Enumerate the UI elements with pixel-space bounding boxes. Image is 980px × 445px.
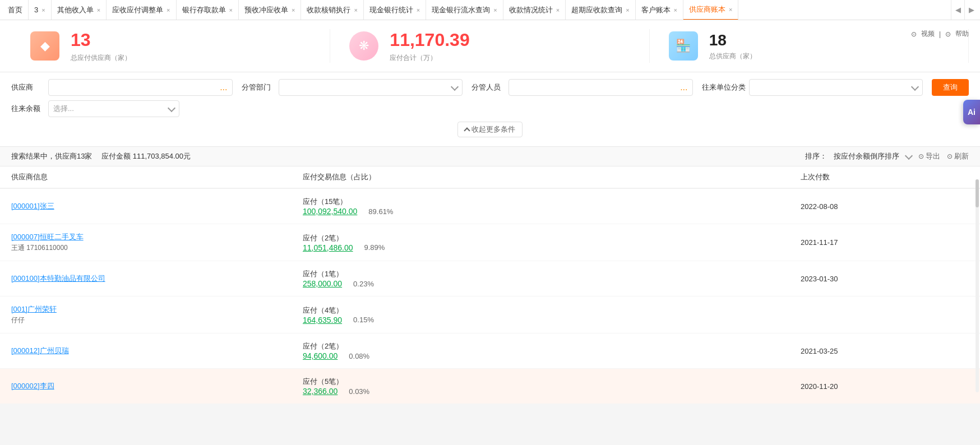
supplier-name-link[interactable]: [000001]张三 <box>11 201 303 211</box>
circle-icon: ⊙ <box>911 30 917 38</box>
last-payment-date: 2020-11-20 <box>801 382 838 391</box>
collapse-btn-container: 收起更多条件 <box>11 122 969 137</box>
supplier-name-link[interactable]: [000012]广州贝瑞 <box>11 346 303 356</box>
filter-section: 供应商 ... 分管部门 分管人员 ... 往来单位分类 <box>0 72 980 147</box>
close-icon[interactable]: × <box>41 7 45 13</box>
nav-tab-payment-exec[interactable]: 收款核销执行 × <box>301 0 363 20</box>
balance-selected-value: 选择... <box>53 104 74 114</box>
scrollbar-track[interactable] <box>976 179 979 392</box>
filter-balance: 往来余额 选择... <box>11 100 179 117</box>
nav-right-arrow[interactable]: ▶ <box>964 0 978 20</box>
trans-label: 应付（1笔） <box>303 269 801 279</box>
payable-suppliers-label: 总应付供应商（家） <box>71 53 131 63</box>
nav-tab-cash-bank-stat-label: 现金银行统计 <box>369 5 413 15</box>
close-icon[interactable]: × <box>417 7 420 13</box>
trans-amount-link[interactable]: 94,600.00 <box>303 351 338 360</box>
total-suppliers-value: 18 <box>709 31 756 50</box>
sort-select[interactable]: 按应付余额倒序排序 <box>834 151 899 161</box>
category-filter-select[interactable] <box>749 79 923 96</box>
nav-tab-ar-ap-adjust[interactable]: 应收应付调整单 × <box>107 0 176 20</box>
video-link[interactable]: 视频 <box>921 29 935 39</box>
trans-amount-link[interactable]: 100,092,540.00 <box>303 207 357 216</box>
nav-tab-payment-stat[interactable]: 收款情况统计 × <box>503 0 566 20</box>
close-icon[interactable]: × <box>97 7 100 13</box>
nav-tab-cash-bank-stat[interactable]: 现金银行统计 × <box>364 0 426 20</box>
filter-row-1: 供应商 ... 分管部门 分管人员 ... 往来单位分类 <box>11 79 969 96</box>
trans-info: 100,092,540.00 89.61% <box>303 207 801 216</box>
close-icon[interactable]: × <box>229 7 233 13</box>
last-payment-date: 2023-01-30 <box>801 275 838 283</box>
close-icon[interactable]: × <box>556 7 560 13</box>
supplier-name-link[interactable]: [000007]恒旺二手叉车 <box>11 232 303 242</box>
trans-info: 32,366.00 0.03% <box>303 387 801 396</box>
trans-cell: 应付（15笔） 100,092,540.00 89.61% <box>303 197 801 216</box>
result-info: 搜索结果中，供应商13家 应付金额 111,703,854.00元 <box>11 151 191 161</box>
query-button[interactable]: 查询 <box>932 79 969 96</box>
nav-scroll-arrows: ◀ ▶ <box>951 0 978 20</box>
nav-tab-cash-bank-query-label: 现金银行流水查询 <box>432 5 490 15</box>
close-icon[interactable]: × <box>354 7 357 13</box>
nav-tab-cash-bank-query[interactable]: 现金银行流水查询 × <box>426 0 503 20</box>
collapse-label: 收起更多条件 <box>471 124 515 135</box>
balance-filter-select[interactable]: 选择... <box>48 100 179 117</box>
chevron-down-icon2 <box>911 82 919 90</box>
help-link[interactable]: 帮助 <box>955 29 969 39</box>
result-amount: 应付金额 111,703,854.00元 <box>94 152 191 160</box>
supplier-name-link[interactable]: [000100]本特勤油品有限公司 <box>11 274 303 284</box>
nav-tab-overdue-ar-label: 超期应收款查询 <box>571 5 622 15</box>
nav-tab-prepaid-ar[interactable]: 预收冲应收单 × <box>239 0 301 20</box>
nav-left-arrow[interactable]: ◀ <box>951 0 964 20</box>
summary-card-payable-suppliers: ◆ 13 总应付供应商（家） <box>11 29 330 63</box>
nav-tab-ar-ap-adjust-label: 应收应付调整单 <box>112 5 163 15</box>
department-filter-select[interactable] <box>279 79 463 96</box>
close-icon[interactable]: × <box>729 6 732 13</box>
trans-amount-link[interactable]: 164,635.90 <box>303 316 342 325</box>
close-icon[interactable]: × <box>674 7 677 13</box>
scrollbar-thumb[interactable] <box>976 179 979 207</box>
sort-chevron-icon[interactable] <box>905 151 913 159</box>
last-payment-date: 2022-08-08 <box>801 202 838 211</box>
nav-tab-3[interactable]: 3 × <box>29 0 52 20</box>
trans-amount-link[interactable]: 258,000.00 <box>303 279 342 288</box>
summary-icon-flower: ❋ <box>347 29 381 63</box>
close-icon[interactable]: × <box>292 7 295 13</box>
trans-label: 应付（2笔） <box>303 341 801 351</box>
trans-amount-link[interactable]: 11,051,486.00 <box>303 243 353 252</box>
nav-tab-overdue-ar[interactable]: 超期应收款查询 × <box>566 0 635 20</box>
trans-cell: 应付（5笔） 32,366.00 0.03% <box>303 377 801 396</box>
nav-tab-other-income[interactable]: 其他收入单 × <box>52 0 107 20</box>
ai-assistant-button[interactable]: Ai <box>963 100 980 124</box>
filter-category: 往来单位分类 <box>702 79 923 96</box>
collapse-button[interactable]: 收起更多条件 <box>457 122 523 137</box>
person-input-field[interactable] <box>514 84 680 92</box>
refresh-button[interactable]: ⊙ 刷新 <box>947 151 969 161</box>
nav-tab-bank-deposit[interactable]: 银行存取款单 × <box>177 0 239 20</box>
export-button[interactable]: ⊙ 导出 <box>918 151 940 161</box>
total-payable-label: 应付合计（万） <box>390 53 469 63</box>
trans-amount-link[interactable]: 32,366.00 <box>303 387 338 396</box>
category-filter-label: 往来单位分类 <box>702 82 746 92</box>
person-dots-icon: ... <box>680 82 687 92</box>
nav-tab-customer-ledger[interactable]: 客户账本 × <box>636 0 683 20</box>
export-icon: ⊙ <box>918 152 924 160</box>
summary-icon-shop: 🏪 <box>667 29 700 63</box>
nav-tab-home[interactable]: 首页 <box>2 0 29 20</box>
supplier-filter-input[interactable]: ... <box>48 79 233 96</box>
refresh-label: 刷新 <box>954 151 969 161</box>
close-icon[interactable]: × <box>167 7 170 13</box>
payable-suppliers-value: 13 <box>71 29 131 50</box>
supplier-sub-info: 仔仔 <box>11 316 303 325</box>
trans-cell: 应付（2笔） 11,051,486.00 9.89% <box>303 233 801 252</box>
trans-cell: 应付（1笔） 258,000.00 0.23% <box>303 269 801 288</box>
person-filter-input[interactable]: ... <box>509 79 693 96</box>
nav-tab-supplier-ledger[interactable]: 供应商账本 × <box>683 0 738 20</box>
supplier-name-link[interactable]: [001]广州荣轩 <box>11 304 303 314</box>
supplier-cell: [000002]李四 <box>11 381 303 391</box>
supplier-input-field[interactable] <box>53 84 220 92</box>
close-icon[interactable]: × <box>626 7 629 13</box>
nav-tab-payment-exec-label: 收款核销执行 <box>307 5 350 15</box>
top-navigation: 首页 3 × 其他收入单 × 应收应付调整单 × 银行存取款单 × 预收冲应收单… <box>0 0 980 20</box>
table-row: [000100]本特勤油品有限公司 应付（1笔） 258,000.00 0.23… <box>0 261 980 296</box>
supplier-name-link[interactable]: [000002]李四 <box>11 381 303 391</box>
close-icon[interactable]: × <box>493 7 497 13</box>
